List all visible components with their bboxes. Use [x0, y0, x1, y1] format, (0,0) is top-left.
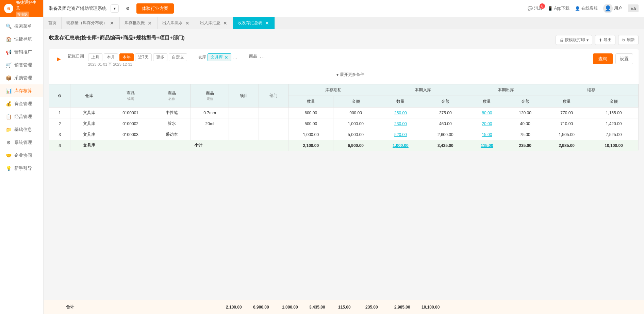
- cell-dept-0: [259, 108, 288, 118]
- date-btn-近7天[interactable]: 近7天: [135, 53, 152, 61]
- tab-close-flow[interactable]: ✕: [185, 20, 190, 26]
- page-title: 收发存汇总表(按仓库+商品编码+商品+规格型号+项目+部门): [49, 35, 185, 41]
- filter-collapse-arrow[interactable]: ▶: [54, 53, 64, 64]
- cell-balance-qty-2: 1,505.00: [544, 129, 589, 140]
- cell-opening-qty-2: 1,000.00: [288, 129, 333, 140]
- subtotal-warehouse: 文具库: [70, 140, 108, 151]
- message-action[interactable]: 💬 消息 6: [528, 5, 542, 11]
- cell-out-qty-0[interactable]: 80.00: [468, 108, 506, 118]
- tab-label-stock-dist: 现存量（库存分布表）: [66, 20, 107, 26]
- cell-code-0: 0100001: [108, 108, 153, 118]
- date-btn-自定义[interactable]: 自定义: [169, 53, 187, 61]
- cell-serial-2: 3: [49, 129, 70, 140]
- tab-recv-send-summary[interactable]: 收发存汇总表✕: [233, 17, 275, 29]
- total-opening-amt: 6,900.00: [250, 303, 279, 311]
- tab-close-recv-send-summary[interactable]: ✕: [264, 20, 270, 26]
- warehouse-tag[interactable]: 文具库 ✕: [208, 53, 231, 61]
- expand-label: 展开更多条件: [340, 72, 364, 78]
- warehouse-more[interactable]: ...: [233, 55, 238, 60]
- settings-icon[interactable]: ⚙: [123, 4, 132, 13]
- query-btn[interactable]: 查询: [593, 53, 613, 64]
- subtotal-in-qty[interactable]: 1,000.00: [378, 140, 423, 151]
- topbar: 装备及固定资产辅助管理系统 ▾ ⚙ 体验行业方案 💬 消息 6 📱 App下载 …: [44, 0, 644, 17]
- goods-more[interactable]: ...: [260, 54, 265, 59]
- tab-home[interactable]: 首页: [44, 17, 62, 29]
- user-ea: Ea: [628, 4, 639, 12]
- system-dropdown[interactable]: ▾: [111, 4, 119, 13]
- opening-qty-header: 数量: [288, 96, 333, 108]
- sidebar-label-inventory: 库存核算: [14, 88, 32, 94]
- sidebar-item-finance[interactable]: 💰资金管理: [0, 97, 43, 110]
- logo-icon: 6: [4, 4, 13, 13]
- print-icon: 🖨: [559, 38, 563, 43]
- cell-in-qty-0[interactable]: 250.00: [378, 108, 423, 118]
- user-menu[interactable]: 👤 用户: [603, 4, 622, 13]
- export-label: 导出: [604, 37, 612, 43]
- out-amt-header: 金额: [506, 96, 544, 108]
- refresh-icon: ↻: [622, 38, 625, 43]
- print-label: 按模板打印: [565, 37, 585, 43]
- tab-label-flow: 出入库流水: [162, 20, 183, 26]
- goods-name-col-header: 商品名称: [153, 84, 191, 108]
- sidebar-label-base-info: 基础信息: [14, 127, 32, 133]
- cell-out-qty-1[interactable]: 20.00: [468, 118, 506, 129]
- sidebar-item-base-info[interactable]: 📁基础信息: [0, 123, 43, 136]
- tab-flow[interactable]: 出入库流水✕: [158, 17, 195, 29]
- date-btn-上月[interactable]: 上月: [88, 53, 102, 61]
- cell-in-amt-0: 375.00: [423, 108, 468, 118]
- export-btn[interactable]: ⬆ 导出: [595, 35, 615, 45]
- warehouse-tag-close[interactable]: ✕: [224, 55, 228, 60]
- tab-summary-in-out[interactable]: 出入库汇总✕: [195, 17, 233, 29]
- cell-in-qty-1[interactable]: 230.00: [378, 118, 423, 129]
- sidebar-item-search[interactable]: 🔍搜索菜单: [0, 20, 43, 33]
- cell-in-qty-2[interactable]: 520.00: [378, 129, 423, 140]
- balance-col-group: 结存: [544, 84, 639, 96]
- print-btn[interactable]: 🖨 按模板打印 ▾: [556, 35, 592, 45]
- sidebar-item-quick-nav[interactable]: 🏠快捷导航: [0, 33, 43, 46]
- cell-balance-qty-1: 710.00: [544, 118, 589, 129]
- cell-name-2: 采访本: [153, 129, 191, 140]
- sidebar-menu: 🔍搜索菜单🏠快捷导航📢营销推广🛒销售管理📦采购管理📊库存核算💰资金管理📋经营管理…: [0, 17, 43, 178]
- sidebar-item-system[interactable]: ⚙系统管理: [0, 136, 43, 149]
- page-settings-btn[interactable]: 设置: [615, 53, 633, 64]
- sidebar-icon-finance: 💰: [5, 101, 12, 107]
- sidebar-label-finance: 资金管理: [14, 101, 32, 107]
- avatar: 👤: [603, 4, 613, 13]
- expand-more-btn[interactable]: ▾ 展开更多条件: [334, 70, 366, 80]
- out-qty-header: 数量: [468, 96, 506, 108]
- trial-btn[interactable]: 体验行业方案: [136, 3, 174, 14]
- sidebar-item-enterprise[interactable]: 🤝企业协同: [0, 149, 43, 162]
- subtotal-serial: 4: [49, 140, 70, 151]
- user-label: 用户: [614, 5, 622, 11]
- sidebar-item-sales[interactable]: 🛒销售管理: [0, 59, 43, 71]
- date-btn-更多[interactable]: 更多: [153, 53, 167, 61]
- sidebar-item-business[interactable]: 📋经营管理: [0, 110, 43, 123]
- date-btn-本月[interactable]: 本月: [104, 53, 118, 61]
- date-btn-本年[interactable]: 本年: [119, 53, 134, 61]
- tab-close-summary-in-out[interactable]: ✕: [222, 20, 228, 26]
- tab-close-batch[interactable]: ✕: [147, 20, 152, 26]
- sidebar-label-search: 搜索菜单: [14, 23, 32, 29]
- sidebar-item-inventory[interactable]: 📊库存核算: [0, 84, 43, 97]
- warehouse-filter: 仓库 文具库 ✕ ...: [198, 53, 238, 61]
- cell-out-qty-2[interactable]: 15.00: [468, 129, 506, 140]
- subtotal-out-qty[interactable]: 115.00: [468, 140, 506, 151]
- online-service-action[interactable]: 👤 在线客服: [575, 5, 598, 11]
- app-download-action[interactable]: 📱 App下载: [548, 5, 569, 11]
- tab-batch[interactable]: 库存批次账✕: [120, 17, 158, 29]
- tab-close-stock-dist[interactable]: ✕: [109, 20, 115, 26]
- tab-stock-dist[interactable]: 现存量（库存分布表）✕: [62, 17, 120, 29]
- refresh-btn[interactable]: ↻ 刷新: [618, 35, 639, 45]
- sidebar-item-purchase[interactable]: 📦采购管理: [0, 71, 43, 84]
- cell-spec-0: 0.7mm: [191, 108, 229, 118]
- settings-col-header[interactable]: ⚙: [49, 84, 70, 108]
- cell-balance-amt-0: 1,155.00: [589, 108, 639, 118]
- subtotal-in-amt: 3,435.00: [423, 140, 468, 151]
- in-qty-header: 数量: [378, 96, 423, 108]
- sidebar-item-guide[interactable]: 💡新手引导: [0, 162, 43, 175]
- total-balance-amt: 10,100.00: [418, 303, 639, 311]
- sidebar-icon-enterprise: 🤝: [5, 152, 12, 159]
- sidebar: 6 畅捷通好生意 标准版 🔍搜索菜单🏠快捷导航📢营销推广🛒销售管理📦采购管理📊库…: [0, 0, 44, 314]
- table-container: ⚙ 仓库 商品编码 商品名称 商品规格 项目 部门 库存期初 本期入库 本期出库…: [49, 84, 639, 151]
- sidebar-item-marketing[interactable]: 📢营销推广: [0, 46, 43, 59]
